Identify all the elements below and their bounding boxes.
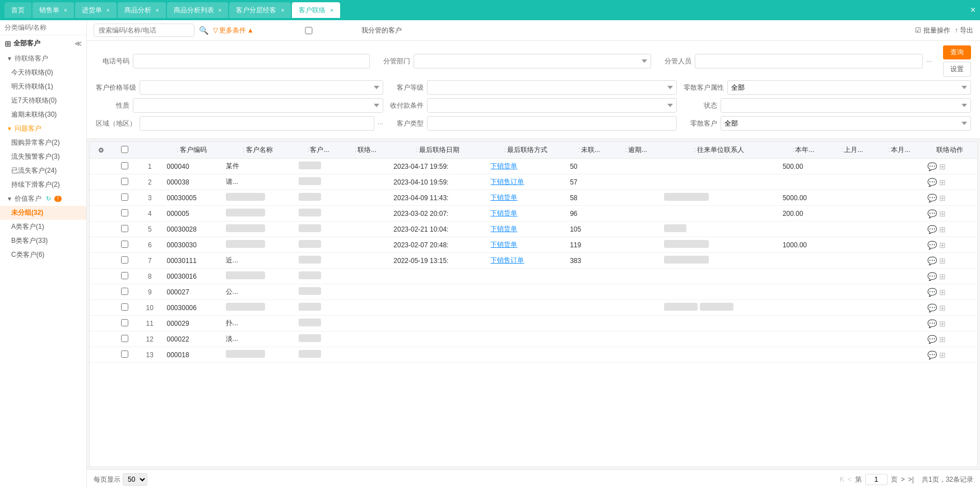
grid-action-icon[interactable]: ⊞ [939,225,946,234]
row-checkbox-cell[interactable] [113,347,137,363]
my-customers-checkbox[interactable]: 我分管的客户 [258,26,402,35]
sidebar-item-class-b[interactable]: B类客户(33) [0,234,86,248]
method-link[interactable]: 下销货单 [490,225,517,233]
my-customers-check[interactable] [258,27,359,34]
first-page-button[interactable]: K [840,476,844,483]
row-checkbox-cell[interactable] [113,237,137,253]
all-customers-header[interactable]: ⊞ 全部客户 ≪ [0,35,86,52]
row-checkbox[interactable] [121,335,128,342]
method-link[interactable]: 下销货单 [490,209,517,217]
table-settings-icon[interactable]: ⚙ [98,146,104,154]
cust-type-input[interactable] [427,116,677,131]
row-checkbox[interactable] [121,225,128,232]
grid-action-icon[interactable]: ⊞ [939,178,946,187]
tab-customer-contact-close[interactable]: × [330,7,333,13]
row-checkbox-cell[interactable] [113,190,137,206]
query-button[interactable]: 查询 [943,45,971,59]
reset-button[interactable]: 设置 [943,62,971,77]
grid-action-icon[interactable]: ⊞ [939,335,946,344]
row-checkbox[interactable] [121,288,128,295]
method-link[interactable]: 下销售订单 [490,256,524,264]
tab-purchase[interactable]: 进货单 × [75,2,117,18]
last-method-cell[interactable]: 下销货单 [486,237,565,253]
sidebar-item-class-c[interactable]: C类客户(6) [0,248,86,262]
tab-sales-close[interactable]: × [64,7,67,13]
last-page-button[interactable]: >| [908,476,914,483]
last-method-cell[interactable]: 下销售订单 [486,174,565,190]
last-month-column-header[interactable]: :上月... [829,142,876,159]
person-input[interactable] [695,54,923,68]
last-method-cell[interactable] [486,300,565,316]
grid-action-icon[interactable]: ⊞ [939,162,946,171]
grid-action-icon[interactable]: ⊞ [939,241,946,250]
filter-more-button[interactable]: ▽ 更多条件 ▲ [213,26,254,35]
phone-input[interactable] [133,54,370,68]
dept-select[interactable] [414,54,651,68]
this-year-column-header[interactable]: :本年... [778,142,829,159]
customer-tier-select[interactable] [427,80,677,95]
grid-action-icon[interactable]: ⊞ [939,303,946,312]
row-checkbox-cell[interactable] [113,174,137,190]
sidebar-item-overdue[interactable]: 逾期未联络(30) [0,108,86,122]
row-checkbox-cell[interactable] [113,253,137,269]
last-method-cell[interactable] [486,331,565,347]
grid-action-icon[interactable]: ⊞ [939,193,946,202]
sidebar-collapse-icon[interactable]: ≪ [75,40,82,48]
next-page-button[interactable]: > [901,476,905,483]
payment-select[interactable] [427,98,677,113]
row-checkbox-cell[interactable] [113,159,137,174]
method-link[interactable]: 下销货单 [490,162,517,170]
chat-icon[interactable]: 💬 [927,209,937,218]
row-checkbox[interactable] [121,178,128,185]
retail-attr-select[interactable]: 全部 [727,80,971,95]
row-checkbox[interactable] [121,193,128,201]
row-checkbox[interactable] [121,241,128,248]
retail-select[interactable]: 全部 [721,116,971,131]
last-method-cell[interactable] [486,316,565,331]
overdue-column-header[interactable]: :逾期... [612,142,659,159]
row-checkbox[interactable] [121,209,128,216]
tab-customer-tier-close[interactable]: × [281,7,284,13]
chat-icon[interactable]: 💬 [927,350,937,359]
row-checkbox-cell[interactable] [113,331,137,347]
search-input[interactable] [94,24,194,37]
export-button[interactable]: ↑ 导出 [955,26,973,35]
sidebar-item-declining[interactable]: 持续下滑客户(2) [0,178,86,192]
chat-icon[interactable]: 💬 [927,193,937,202]
person-dots[interactable]: ··· [926,57,932,65]
method-link[interactable]: 下销货单 [490,193,517,201]
tab-product-list[interactable]: 商品分析列表 × [167,2,229,18]
sidebar-group-problem[interactable]: ▼ 问题客户 [0,122,86,136]
sidebar-item-churned[interactable]: 已流失客户(24) [0,164,86,178]
last-method-cell[interactable]: 下销货单 [486,159,565,174]
contacts-column-header[interactable]: :往来单位联系人 [659,142,778,159]
last-method-cell[interactable]: 下销货单 [486,206,565,222]
grid-action-icon[interactable]: ⊞ [939,272,946,281]
row-checkbox[interactable] [121,319,128,326]
select-all-header[interactable] [113,142,137,159]
last-method-cell[interactable] [486,269,565,284]
chat-icon[interactable]: 💬 [927,256,937,265]
row-checkbox-cell[interactable] [113,206,137,222]
select-all-checkbox[interactable] [121,146,128,153]
price-tier-select[interactable] [140,80,383,95]
status-select[interactable] [721,98,971,113]
code-column-header[interactable]: :客户编码 [162,142,221,159]
sidebar-item-hoarding[interactable]: 囤购异常客户(2) [0,136,86,150]
region-dots[interactable]: ··· [378,119,383,127]
row-checkbox-cell[interactable] [113,269,137,284]
grid-action-icon[interactable]: ⊞ [939,209,946,218]
tab-customer-contact[interactable]: 客户联络 × [292,2,340,18]
contact-column-header[interactable]: :联络... [342,142,389,159]
last-method-cell[interactable]: 下销货单 [486,190,565,206]
type-column-header[interactable]: :客户... [294,142,342,159]
row-checkbox-cell[interactable] [113,316,137,331]
chat-icon[interactable]: 💬 [927,178,937,187]
row-checkbox-cell[interactable] [113,300,137,316]
tab-product-list-close[interactable]: × [219,7,222,13]
sidebar-item-class-a[interactable]: A类客户(1) [0,220,86,234]
chat-icon[interactable]: 💬 [927,335,937,344]
sidebar-item-ungrouped[interactable]: 未分组(32) [0,206,86,220]
sidebar-item-churn-warning[interactable]: 流失预警客户(3) [0,150,86,164]
chat-icon[interactable]: 💬 [927,288,937,297]
